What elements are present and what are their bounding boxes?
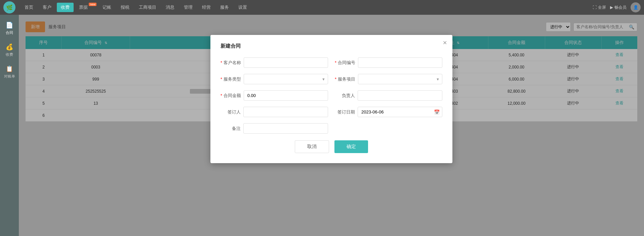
- form-group-responsible: 负责人: [335, 90, 442, 101]
- service-type-select-wrap: ▼: [244, 74, 328, 84]
- nav-item-operation[interactable]: 经营: [198, 3, 215, 12]
- contract-no-label: 合同编号: [335, 60, 355, 66]
- form-group-sign-date: 签订日期 📅: [335, 107, 442, 117]
- nav-item-home[interactable]: 首页: [21, 3, 37, 12]
- modal-footer: 取消 确定: [220, 140, 442, 153]
- modal-overlay: 新建合同 ✕ 客户名称 合同编号 服务类型: [19, 15, 644, 236]
- form-row-5: 备注: [220, 123, 442, 134]
- form-group-signer: 签订人: [220, 107, 328, 117]
- responsible-label: 负责人: [335, 93, 355, 99]
- sidebar: 📄 合同 💰 收费 📋 对账单: [0, 15, 19, 236]
- main-layout: 📄 合同 💰 收费 📋 对账单 新增 服务项目 进行中 🔍: [0, 15, 644, 236]
- nav-item-service[interactable]: 服务: [216, 3, 233, 12]
- top-nav: 🌿 首页 客户 收费 票据 new 记账 报税 工商项目 消息 管理 经营 服务…: [0, 0, 644, 15]
- form-group-contract-no: 合同编号: [335, 57, 442, 68]
- content-area: 新增 服务项目 进行中 🔍 序号 合同编号 ⇅: [19, 15, 644, 236]
- form-group-customer: 客户名称: [220, 57, 328, 68]
- customer-input[interactable]: [244, 57, 328, 68]
- form-group-service-type: 服务类型 ▼: [220, 74, 328, 84]
- fullscreen-icon: ⛶: [593, 5, 597, 10]
- nav-item-ticket[interactable]: 票据 new: [75, 3, 97, 12]
- signer-input[interactable]: [243, 107, 328, 117]
- service-type-label: 服务类型: [220, 76, 241, 82]
- nav-item-industry[interactable]: 工商项目: [135, 3, 160, 12]
- modal-dialog: 新建合同 ✕ 客户名称 合同编号 服务类型: [210, 35, 452, 163]
- sidebar-item-charge[interactable]: 💰 收费: [1, 40, 18, 60]
- nav-items: 首页 客户 收费 票据 new 记账 报税 工商项目 消息 管理 经营 服务 设…: [21, 3, 593, 12]
- amount-input[interactable]: [244, 90, 328, 101]
- vip-icon: ▶: [610, 5, 613, 10]
- nav-item-bookkeeping[interactable]: 记账: [98, 3, 115, 12]
- statement-icon: 📋: [6, 65, 13, 73]
- nav-item-settings[interactable]: 设置: [234, 3, 251, 12]
- form-group-service-item: 服务项目 ▼: [335, 74, 442, 84]
- customer-label: 客户名称: [220, 60, 241, 66]
- service-type-select[interactable]: [244, 74, 328, 84]
- nav-item-customer[interactable]: 客户: [39, 3, 55, 12]
- confirm-button[interactable]: 确定: [334, 140, 368, 153]
- signer-label: 签订人: [220, 109, 241, 115]
- sign-date-input[interactable]: [358, 107, 442, 117]
- form-row-1: 客户名称 合同编号: [220, 57, 442, 68]
- nav-item-manage[interactable]: 管理: [180, 3, 197, 12]
- charge-icon: 💰: [6, 43, 13, 51]
- fullscreen-button[interactable]: ⛶ 全屏: [593, 5, 606, 10]
- nav-item-tax[interactable]: 报税: [117, 3, 133, 12]
- service-item-label: 服务项目: [335, 76, 355, 82]
- form-group-notes: 备注: [220, 123, 328, 134]
- service-item-select[interactable]: [358, 74, 442, 84]
- form-row-4: 签订人 签订日期 📅: [220, 107, 442, 117]
- modal-close-button[interactable]: ✕: [443, 40, 447, 46]
- amount-label: 合同金额: [220, 93, 241, 99]
- nav-item-charge[interactable]: 收费: [57, 3, 74, 12]
- form-row-3: 合同金额 负责人: [220, 90, 442, 101]
- responsible-input[interactable]: [358, 90, 442, 101]
- form-row-2: 服务类型 ▼ 服务项目: [220, 74, 442, 84]
- contract-icon: 📄: [6, 21, 13, 29]
- sidebar-item-statement[interactable]: 📋 对账单: [1, 62, 18, 82]
- sidebar-item-contract[interactable]: 📄 合同: [1, 18, 18, 39]
- sign-date-label: 签订日期: [335, 109, 355, 115]
- service-item-select-wrap: ▼: [358, 74, 442, 84]
- form-group-amount: 合同金额: [220, 90, 328, 101]
- notes-label: 备注: [220, 126, 241, 132]
- nav-right: ⛶ 全屏 ▶ 畅会员 👤: [593, 2, 641, 12]
- cancel-button[interactable]: 取消: [295, 140, 329, 153]
- nav-item-message[interactable]: 消息: [162, 3, 178, 12]
- vip-button[interactable]: ▶ 畅会员: [610, 5, 627, 10]
- notes-input[interactable]: [243, 123, 328, 134]
- avatar[interactable]: 👤: [631, 2, 641, 12]
- new-badge: new: [89, 3, 96, 6]
- sign-date-wrap: 📅: [358, 107, 442, 117]
- modal-title: 新建合同: [220, 43, 442, 49]
- contract-no-input[interactable]: [358, 57, 442, 68]
- logo: 🌿: [3, 1, 15, 13]
- calendar-icon[interactable]: 📅: [434, 109, 440, 115]
